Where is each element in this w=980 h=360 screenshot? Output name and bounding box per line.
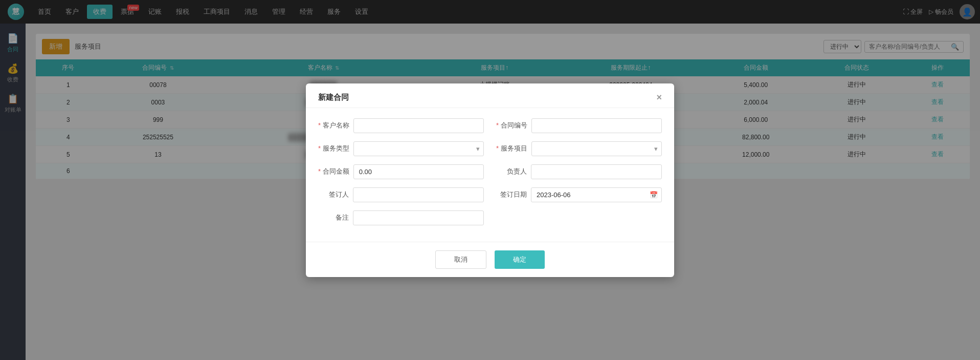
- responsible-group: 负责人: [496, 164, 662, 179]
- contract-amount-input[interactable]: [353, 164, 484, 179]
- note-input[interactable]: [353, 210, 484, 225]
- contract-no-label: 合同编号: [496, 121, 527, 130]
- form-row-5: 备注: [318, 210, 662, 225]
- service-type-select-wrapper[interactable]: [353, 141, 484, 156]
- sign-date-label: 签订日期: [496, 190, 527, 199]
- responsible-input[interactable]: [531, 164, 662, 179]
- contract-no-input[interactable]: [531, 118, 662, 133]
- form-row-3: 合同金额 负责人: [318, 164, 662, 179]
- signer-input[interactable]: [353, 187, 484, 202]
- contract-no-group: 合同编号: [496, 118, 662, 133]
- service-item-select-wrapper[interactable]: [531, 141, 662, 156]
- service-item-select[interactable]: [531, 141, 662, 156]
- confirm-button[interactable]: 确定: [495, 250, 545, 269]
- calendar-icon[interactable]: 📅: [650, 191, 658, 199]
- service-item-group: 服务项目: [496, 141, 662, 156]
- contract-amount-group: 合同金额: [318, 164, 484, 179]
- responsible-label: 负责人: [496, 167, 527, 176]
- note-group: 备注: [318, 210, 484, 225]
- customer-name-input[interactable]: [353, 118, 484, 133]
- new-contract-dialog: 新建合同 × 客户名称 合同编号 服务类型: [306, 83, 674, 277]
- form-row-2: 服务类型 服务项目: [318, 141, 662, 156]
- dialog-header: 新建合同 ×: [306, 83, 674, 108]
- service-type-label: 服务类型: [318, 144, 349, 153]
- service-type-select[interactable]: [353, 141, 484, 156]
- form-row-4: 签订人 签订日期 📅: [318, 187, 662, 202]
- cancel-button[interactable]: 取消: [435, 250, 486, 269]
- service-type-group: 服务类型: [318, 141, 484, 156]
- signer-group: 签订人: [318, 187, 484, 202]
- sign-date-group: 签订日期 📅: [496, 187, 662, 202]
- sign-date-input[interactable]: [531, 187, 662, 202]
- close-button[interactable]: ×: [656, 93, 662, 102]
- sign-date-wrapper: 📅: [531, 187, 662, 202]
- service-item-label: 服务项目: [496, 144, 527, 153]
- signer-label: 签订人: [318, 190, 349, 199]
- contract-amount-label: 合同金额: [318, 167, 349, 176]
- form-row-1: 客户名称 合同编号: [318, 118, 662, 133]
- modal-overlay: 新建合同 × 客户名称 合同编号 服务类型: [0, 0, 980, 360]
- customer-name-label: 客户名称: [318, 121, 349, 130]
- customer-name-group: 客户名称: [318, 118, 484, 133]
- dialog-footer: 取消 确定: [306, 242, 674, 277]
- note-label: 备注: [318, 213, 349, 222]
- dialog-body: 客户名称 合同编号 服务类型 服务项目: [306, 108, 674, 242]
- dialog-title: 新建合同: [318, 93, 349, 102]
